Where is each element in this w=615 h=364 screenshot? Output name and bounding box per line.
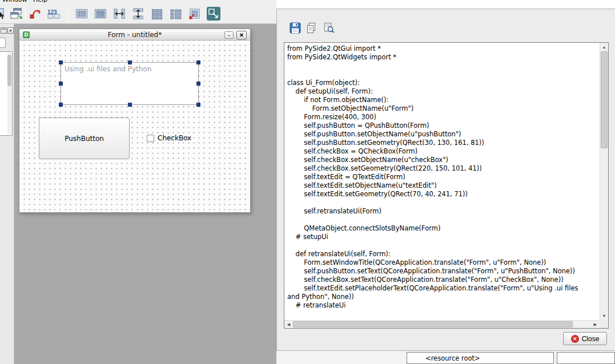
copy-button[interactable] xyxy=(304,21,319,35)
scroll-left-button[interactable]: ◀ xyxy=(285,321,292,328)
edit-tab-order-button[interactable]: 123 xyxy=(47,7,61,21)
checkbox-label: CheckBox xyxy=(158,134,191,142)
find-button[interactable] xyxy=(321,21,336,35)
edit-widgets-button[interactable] xyxy=(0,7,7,21)
scrollbar-corner xyxy=(600,320,608,328)
textedit-widget[interactable]: Using .ui files and Python xyxy=(61,62,199,105)
form-window: D Form - untitled* - ✕ Using .ui files a… xyxy=(19,29,251,213)
selection-handle[interactable] xyxy=(196,60,200,64)
edit-widgets-icon xyxy=(0,7,7,21)
left-dock-rail: ✕ xyxy=(0,24,14,364)
scroll-up-button[interactable]: ▲ xyxy=(600,43,608,51)
menu-window[interactable]: Window xyxy=(2,0,27,3)
code-preview-dialog: from PySide2.QtGui import * from PySide2… xyxy=(276,9,615,351)
pushbutton-widget[interactable]: PushButton xyxy=(39,118,130,159)
code-view[interactable]: from PySide2.QtGui import * from PySide2… xyxy=(284,42,609,329)
selection-handle[interactable] xyxy=(59,103,63,107)
selection-handle[interactable] xyxy=(196,103,200,107)
selection-handle[interactable] xyxy=(59,82,63,86)
raise-widget-icon xyxy=(9,7,23,21)
checkbox-widget[interactable] xyxy=(147,135,154,142)
form-canvas[interactable]: Using .ui files and Python PushButton Ch… xyxy=(19,41,250,212)
resource-root-item[interactable]: <resource root> xyxy=(407,352,554,364)
selection-handle[interactable] xyxy=(128,60,132,64)
save-icon xyxy=(289,22,302,34)
form-window-titlebar[interactable]: D Form - untitled* - ✕ xyxy=(19,29,250,41)
selection-handle[interactable] xyxy=(196,82,200,86)
layout-horizontal-splitter-button[interactable] xyxy=(112,7,126,21)
layout-vertically-icon xyxy=(94,7,107,21)
layout-vertical-splitter-button[interactable] xyxy=(131,7,145,21)
menu-help[interactable]: Help xyxy=(33,0,47,3)
pushbutton-label: PushButton xyxy=(65,135,104,143)
toolbar-separator xyxy=(67,7,68,21)
save-button[interactable] xyxy=(288,21,303,35)
layout-form-icon xyxy=(169,7,183,21)
layout-horizontal-splitter-icon xyxy=(112,7,126,21)
adjust-size-icon xyxy=(207,7,220,21)
menubar: Window Help xyxy=(0,0,276,5)
copy-icon xyxy=(305,22,317,34)
find-icon xyxy=(323,22,335,34)
layout-vertically-button[interactable] xyxy=(94,7,107,21)
dock-list[interactable] xyxy=(0,51,13,136)
textedit-placeholder: Using .ui files and Python xyxy=(61,63,198,75)
dock-list-scroll-thumb[interactable] xyxy=(7,55,11,86)
raise-widget-button[interactable] xyxy=(9,7,23,21)
dock-float-button[interactable] xyxy=(1,27,7,34)
minimize-button[interactable]: - xyxy=(224,31,234,39)
layout-vertical-splitter-icon xyxy=(131,7,145,21)
resource-browser-dock: <resource root> xyxy=(276,351,615,364)
layout-grid-button[interactable] xyxy=(150,7,164,21)
selection-handle[interactable] xyxy=(128,103,132,107)
dock-close-button[interactable]: ✕ xyxy=(7,27,14,34)
adjust-size-button[interactable] xyxy=(207,7,220,21)
break-layout-icon xyxy=(188,7,202,21)
dock-list-scrollbar[interactable] xyxy=(7,52,11,135)
tab-order-label: 123 xyxy=(47,9,57,15)
close-window-button[interactable]: ✕ xyxy=(236,31,247,39)
layout-form-button[interactable] xyxy=(169,7,183,21)
dock-filter-input[interactable] xyxy=(0,38,6,48)
horizontal-scrollbar[interactable]: ◀ ▶ xyxy=(284,320,600,328)
layout-horizontally-button[interactable] xyxy=(75,7,89,21)
break-layout-button[interactable] xyxy=(188,7,202,21)
resource-side-panel[interactable] xyxy=(557,352,615,364)
close-x-icon: ✕ xyxy=(571,335,579,343)
toolbar-separator xyxy=(25,7,26,21)
horizontal-scroll-thumb[interactable] xyxy=(293,321,573,327)
vertical-scroll-thumb[interactable] xyxy=(601,51,608,148)
edit-signals-slots-icon xyxy=(29,7,42,21)
scroll-down-button[interactable]: ▼ xyxy=(600,312,608,319)
selection-handle[interactable] xyxy=(59,60,63,64)
vertical-scrollbar[interactable]: ▲ ▼ xyxy=(600,43,608,320)
close-button-label: Close xyxy=(582,335,600,343)
form-window-title: Form - untitled* xyxy=(19,31,250,39)
close-dialog-button[interactable]: ✕ Close xyxy=(563,332,607,345)
toolbar: 123 xyxy=(0,5,276,24)
scroll-right-button[interactable]: ▶ xyxy=(592,321,599,328)
layout-horizontally-icon xyxy=(75,7,89,21)
edit-signals-slots-button[interactable] xyxy=(29,7,42,21)
layout-grid-icon xyxy=(150,7,164,21)
code-text[interactable]: from PySide2.QtGui import * from PySide2… xyxy=(284,43,600,320)
